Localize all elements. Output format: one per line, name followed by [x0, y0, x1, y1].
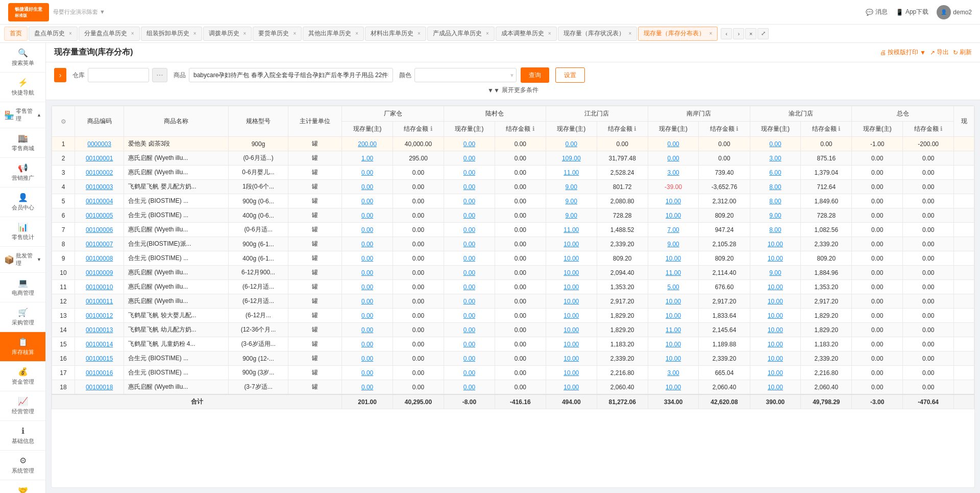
na-stock-link[interactable]: 10.00: [666, 198, 681, 205]
export-button[interactable]: ↗ 导出: [930, 48, 949, 57]
code-link[interactable]: 00100001: [86, 155, 113, 162]
f-stock-link[interactable]: 0.00: [361, 212, 373, 219]
f-stock-link[interactable]: 0.00: [361, 269, 373, 276]
lc-stock-link[interactable]: 0.00: [463, 140, 475, 148]
sidebar-item-marketing[interactable]: 📢 营销推广: [0, 158, 45, 187]
yb-stock-link[interactable]: 10.00: [768, 369, 783, 377]
code-link[interactable]: 00100014: [86, 341, 113, 348]
settings-icon[interactable]: ⚙: [59, 118, 67, 126]
jb-stock-link[interactable]: 10.00: [564, 284, 579, 291]
sidebar-item-finance[interactable]: 💰 资金管理: [0, 362, 45, 391]
tab-inventory-history[interactable]: 盘点单历史 ×: [29, 27, 78, 41]
yb-stock-link[interactable]: 0.00: [769, 140, 781, 148]
code-link[interactable]: 00100008: [86, 255, 113, 262]
sidebar-item-search[interactable]: 🔍 搜索英单: [0, 43, 45, 73]
jb-stock-link[interactable]: 109.00: [562, 155, 581, 162]
jb-stock-link[interactable]: 10.00: [564, 269, 579, 276]
f-stock-link[interactable]: 0.00: [361, 355, 373, 362]
f-stock-link[interactable]: 0.00: [361, 226, 373, 233]
tab-home[interactable]: 首页: [4, 27, 28, 41]
refresh-button[interactable]: ↻ 刷新: [953, 48, 972, 57]
lc-stock-link[interactable]: 0.00: [463, 198, 475, 205]
yb-stock-link[interactable]: 10.00: [768, 284, 783, 291]
close-icon[interactable]: ×: [131, 31, 134, 36]
na-stock-link[interactable]: 9.00: [667, 241, 679, 248]
tab-stock-distribution[interactable]: 现存量（库存分布表） ×: [638, 27, 718, 41]
jb-stock-link[interactable]: 10.00: [564, 384, 579, 391]
close-icon[interactable]: ×: [293, 31, 296, 36]
na-stock-link[interactable]: 10.00: [666, 255, 681, 262]
f-stock-link[interactable]: 0.00: [361, 341, 373, 348]
lc-stock-link[interactable]: 0.00: [463, 212, 475, 219]
sidebar-item-retail-stats[interactable]: 📊 零售统计: [0, 217, 45, 247]
f-stock-link[interactable]: 0.00: [361, 298, 373, 305]
lc-stock-link[interactable]: 0.00: [463, 312, 475, 319]
expand-arrow[interactable]: ›: [54, 68, 66, 82]
na-stock-link[interactable]: 0.00: [667, 155, 679, 162]
code-link[interactable]: 00100011: [86, 298, 113, 305]
f-stock-link[interactable]: 0.00: [361, 384, 373, 391]
tab-cost-adjust[interactable]: 成本调整单历史 ×: [496, 27, 557, 41]
sidebar-item-purchase[interactable]: 🛒 采购管理: [0, 302, 45, 332]
close-icon[interactable]: ×: [629, 31, 632, 36]
nav-prev[interactable]: ‹: [721, 28, 732, 39]
na-stock-link[interactable]: 10.00: [666, 298, 681, 305]
code-link[interactable]: 00100010: [86, 284, 113, 291]
jb-stock-link[interactable]: 11.00: [564, 226, 579, 233]
yb-stock-link[interactable]: 8.00: [769, 183, 781, 191]
f-stock-link[interactable]: 0.00: [361, 326, 373, 334]
lc-stock-link[interactable]: 0.00: [463, 241, 475, 248]
close-icon[interactable]: ×: [355, 31, 358, 36]
sidebar-item-operations[interactable]: 📈 经营管理: [0, 391, 45, 421]
lc-stock-link[interactable]: 0.00: [463, 326, 475, 334]
code-link[interactable]: 00100005: [86, 212, 113, 219]
f-stock-link[interactable]: 200.00: [358, 140, 377, 148]
close-icon[interactable]: ×: [709, 31, 712, 36]
warehouse-dots-button[interactable]: ···: [152, 68, 167, 82]
sidebar-item-inventory[interactable]: 📋 库存核算: [0, 332, 45, 362]
jb-stock-link[interactable]: 9.00: [566, 212, 577, 219]
f-stock-link[interactable]: 1.00: [361, 155, 373, 162]
jb-stock-link[interactable]: 10.00: [564, 369, 579, 377]
f-stock-link[interactable]: 0.00: [361, 312, 373, 319]
close-icon[interactable]: ×: [243, 31, 247, 36]
yb-stock-link[interactable]: 6.00: [769, 169, 781, 176]
code-link[interactable]: 00100004: [86, 198, 113, 205]
code-link[interactable]: 00100003: [86, 183, 113, 191]
f-stock-link[interactable]: 0.00: [361, 198, 373, 205]
tab-transfer-history[interactable]: 调拨单历史 ×: [203, 27, 252, 41]
lc-stock-link[interactable]: 0.00: [463, 226, 475, 233]
f-stock-link[interactable]: 0.00: [361, 169, 373, 176]
close-icon[interactable]: ×: [418, 31, 421, 36]
close-icon[interactable]: ×: [193, 31, 197, 36]
tab-assembly-history[interactable]: 组装拆卸单历史 ×: [141, 27, 202, 41]
nav-close-all[interactable]: ×: [745, 28, 756, 39]
nav-maximize[interactable]: ⤢: [757, 28, 769, 39]
na-stock-link[interactable]: 0.00: [667, 140, 679, 148]
yb-stock-link[interactable]: 10.00: [768, 355, 783, 362]
jb-stock-link[interactable]: 9.00: [566, 183, 577, 191]
nav-next[interactable]: ›: [733, 28, 744, 39]
setting-button[interactable]: 设置: [555, 67, 585, 83]
na-stock-link[interactable]: -39.00: [665, 183, 682, 191]
yb-stock-link[interactable]: 10.00: [768, 341, 783, 348]
code-link[interactable]: 00100002: [86, 169, 113, 176]
color-input[interactable]: [414, 68, 517, 82]
lc-stock-link[interactable]: 0.00: [463, 155, 475, 162]
sidebar-item-system[interactable]: ⚙ 系统管理: [0, 451, 45, 480]
close-icon[interactable]: ×: [486, 31, 489, 36]
sidebar-item-wholesale[interactable]: 📦 批发管理 ▼: [0, 247, 45, 273]
tab-fraction-history[interactable]: 分量盘点单历史 ×: [79, 27, 140, 41]
jb-stock-link[interactable]: 10.00: [564, 341, 579, 348]
code-link[interactable]: 00100016: [86, 369, 113, 377]
tab-stock-status[interactable]: 现存量（库存状况表） ×: [558, 27, 638, 41]
na-stock-link[interactable]: 10.00: [666, 355, 681, 362]
warehouse-input[interactable]: [88, 68, 149, 82]
yb-stock-link[interactable]: 8.00: [769, 226, 781, 233]
jb-stock-link[interactable]: 10.00: [564, 241, 579, 248]
messages-button[interactable]: 💬 消息: [866, 8, 888, 16]
na-stock-link[interactable]: 3.00: [667, 169, 679, 176]
na-stock-link[interactable]: 10.00: [666, 341, 681, 348]
tab-material-outbound[interactable]: 材料出库单历史 ×: [365, 27, 426, 41]
jb-stock-link[interactable]: 10.00: [564, 326, 579, 334]
